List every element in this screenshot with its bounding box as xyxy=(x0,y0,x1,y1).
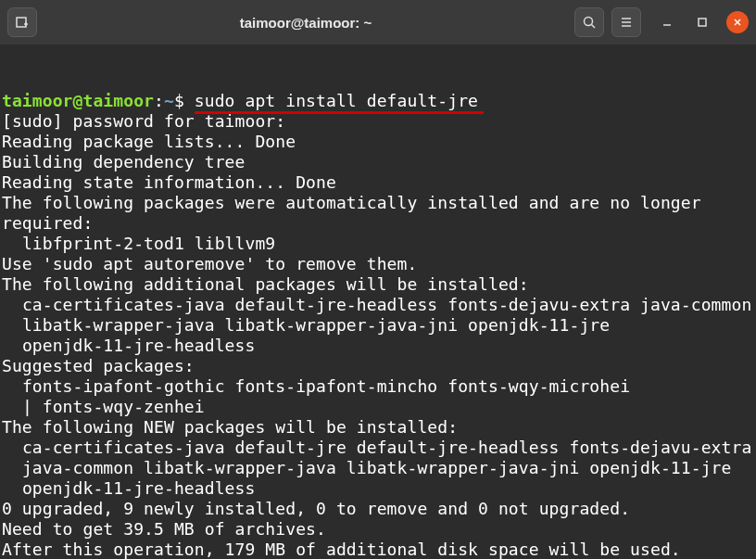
svg-rect-9 xyxy=(699,19,706,26)
maximize-icon xyxy=(697,17,708,28)
new-tab-icon xyxy=(15,15,30,30)
output-line: Use 'sudo apt autoremove' to remove them… xyxy=(2,254,754,274)
titlebar-left-group xyxy=(7,7,37,37)
output-line: After this operation, 179 MB of addition… xyxy=(2,540,754,559)
output-line: 0 upgraded, 9 newly installed, 0 to remo… xyxy=(2,499,754,519)
prompt-path: ~ xyxy=(164,91,174,110)
hamburger-icon xyxy=(619,15,634,30)
output-line: libatk-wrapper-java libatk-wrapper-java-… xyxy=(2,315,754,336)
output-line: | fonts-wqy-zenhei xyxy=(2,397,754,417)
output-line: [sudo] password for taimoor: xyxy=(2,111,754,132)
close-icon xyxy=(733,18,742,27)
output-line: The following packages were automaticall… xyxy=(2,193,754,234)
menu-button[interactable] xyxy=(611,7,641,37)
output-line: The following additional packages will b… xyxy=(2,274,754,295)
output-line: Need to get 39.5 MB of archives. xyxy=(2,519,754,540)
output-line: ca-certificates-java default-jre-headles… xyxy=(2,295,754,315)
output-line: openjdk-11-jre-headless xyxy=(2,336,754,356)
svg-point-3 xyxy=(585,18,593,26)
terminal-content[interactable]: taimoor@taimoor:~$ sudo apt install defa… xyxy=(0,44,756,559)
terminal-output: [sudo] password for taimoor:Reading pack… xyxy=(2,111,754,559)
svg-line-4 xyxy=(592,25,596,29)
output-line: libfprint-2-tod1 libllvm9 xyxy=(2,234,754,254)
output-line: Suggested packages: xyxy=(2,356,754,376)
output-line: The following NEW packages will be insta… xyxy=(2,417,754,438)
prompt-line: taimoor@taimoor:~$ sudo apt install defa… xyxy=(2,91,754,111)
window-titlebar: taimoor@taimoor: ~ xyxy=(0,0,756,44)
output-line: ca-certificates-java default-jre default… xyxy=(2,438,754,458)
minimize-button[interactable] xyxy=(656,11,678,33)
output-line: java-common libatk-wrapper-java libatk-w… xyxy=(2,458,754,478)
minimize-icon xyxy=(662,17,673,28)
prompt-user-host: taimoor@taimoor xyxy=(2,91,154,110)
search-button[interactable] xyxy=(574,7,604,37)
prompt-symbol: $ xyxy=(174,91,184,110)
command-text: sudo apt install default-jre xyxy=(195,91,478,111)
close-button[interactable] xyxy=(726,11,749,33)
window-title: taimoor@taimoor: ~ xyxy=(44,15,567,31)
output-line: Reading package lists... Done xyxy=(2,132,754,152)
search-icon xyxy=(582,15,597,30)
titlebar-right-group xyxy=(574,7,749,37)
output-line: Building dependency tree xyxy=(2,152,754,172)
svg-rect-0 xyxy=(17,18,26,27)
output-line: fonts-ipafont-gothic fonts-ipafont-minch… xyxy=(2,376,754,397)
output-line: openjdk-11-jre-headless xyxy=(2,478,754,499)
window-controls xyxy=(656,11,749,33)
maximize-button[interactable] xyxy=(691,11,713,33)
new-tab-button[interactable] xyxy=(7,7,37,37)
prompt-separator: : xyxy=(154,91,164,110)
output-line: Reading state information... Done xyxy=(2,172,754,193)
